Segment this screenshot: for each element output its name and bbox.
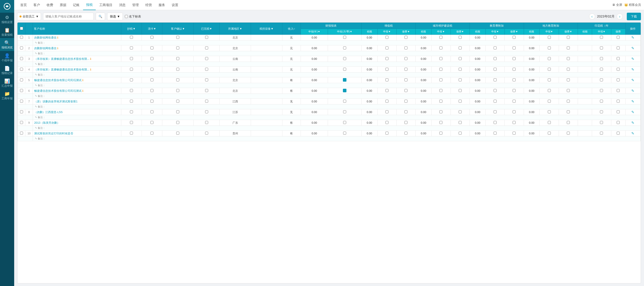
difang-jiao-cell[interactable] [559, 131, 578, 136]
customer-name[interactable]: 勿删新锐网络通信 ℹ [33, 35, 121, 41]
yiwanshu-cell[interactable] [193, 67, 219, 73]
chaoshu-cell[interactable] [121, 56, 142, 62]
row-checkbox[interactable] [20, 46, 23, 49]
note-cell[interactable]: ✎ 备注： [33, 51, 641, 56]
row-select[interactable] [18, 77, 25, 83]
yinhua-jiao-cell[interactable] [611, 109, 625, 115]
kehuqueren-check[interactable] [176, 132, 179, 135]
jiaoyu-jiao-check[interactable] [513, 78, 516, 81]
difang-shen-cell[interactable] [540, 109, 559, 115]
action-cell[interactable]: ✎ [625, 35, 640, 41]
zengzhi-jiao-cell[interactable] [397, 56, 416, 62]
yiwanshu-check[interactable] [205, 89, 208, 92]
zengzhi-shen-cell[interactable] [377, 77, 396, 83]
row-select[interactable] [18, 120, 25, 126]
difang-jiao-check[interactable] [567, 57, 570, 60]
qingka-check[interactable] [150, 57, 153, 60]
chaoshu-cell[interactable] [121, 45, 142, 51]
warning-icon[interactable]: ℹ [57, 47, 58, 50]
jiaoyu-jiao-cell[interactable] [505, 45, 524, 51]
employee-filter[interactable]: 全部员工 ▼ [17, 13, 41, 20]
difang-jiao-cell[interactable] [559, 67, 578, 73]
chengshi-shen-cell[interactable] [432, 35, 451, 41]
jiaoyu-shen-cell[interactable] [485, 99, 504, 104]
customer-name[interactable]: （库存核算）直播畅捷通信息技术股份有限... ℹ [33, 67, 121, 73]
nav-shoufei[interactable]: 收费 [44, 0, 56, 10]
jiaoyu-jiao-cell[interactable] [505, 77, 524, 83]
action-cell[interactable]: ✎ [625, 77, 640, 83]
zengzhi-shen-check[interactable] [385, 121, 388, 124]
row-select[interactable] [18, 67, 25, 73]
customer-name[interactable]: （原）误删勿改李艳牙测试斯奎斯1 [33, 99, 121, 104]
chengshi-shen-cell[interactable] [432, 109, 451, 115]
yiwanshu-cell[interactable] [193, 109, 219, 115]
action-cell[interactable]: ✎ [625, 120, 640, 126]
member-btn[interactable]: 👑 稻客会员 [624, 3, 641, 7]
chaoshu-cell[interactable] [121, 131, 142, 136]
yiwanshu-cell[interactable] [193, 120, 219, 126]
jiaoyu-jiao-cell[interactable] [505, 131, 524, 136]
yinhua-shen-check[interactable] [600, 89, 603, 92]
zengzhi-jiao-check[interactable] [404, 132, 407, 135]
difang-shen-check[interactable] [548, 121, 551, 124]
zengzhi-jiao-cell[interactable] [397, 77, 416, 83]
edit-icon[interactable]: ✎ [631, 35, 634, 40]
kehuqueren-cell[interactable] [162, 131, 194, 136]
kehuqueren-check[interactable] [176, 68, 179, 71]
yinhua-shen-check[interactable] [600, 110, 603, 113]
jiaoyu-shen-check[interactable] [494, 121, 497, 124]
note-cell[interactable]: ✎ 备注： [33, 83, 641, 88]
caibao-yue-cell[interactable] [328, 45, 361, 51]
qingka-cell[interactable] [142, 131, 162, 136]
difang-shen-check[interactable] [548, 57, 551, 60]
action-cell[interactable]: ✎ [625, 88, 640, 94]
yinhua-jiao-cell[interactable] [611, 131, 625, 136]
row-select[interactable] [18, 35, 25, 41]
qingka-check[interactable] [150, 68, 153, 71]
qingka-cell[interactable] [142, 109, 162, 115]
name-list-check[interactable] [125, 15, 128, 18]
zengzhi-shen-check[interactable] [385, 100, 388, 103]
kehuqueren-check[interactable] [176, 78, 179, 81]
qingka-cell[interactable] [142, 88, 162, 94]
row-checkbox[interactable] [20, 89, 23, 92]
yinhua-shen-cell[interactable] [592, 131, 611, 136]
yiwanshu-check[interactable] [205, 132, 208, 135]
zengzhi-jiao-cell[interactable] [397, 35, 416, 41]
action-cell[interactable]: ✎ [625, 56, 640, 62]
yiwanshu-cell[interactable] [193, 88, 219, 94]
yinhua-shen-cell[interactable] [592, 67, 611, 73]
chaoshu-check[interactable] [130, 89, 133, 92]
note-cell[interactable]: ✎ 备注： [33, 41, 641, 45]
yinhua-shen-cell[interactable] [592, 77, 611, 83]
jiaoyu-shen-cell[interactable] [485, 56, 504, 62]
zengzhi-shen-check[interactable] [385, 68, 388, 71]
difang-shen-check[interactable] [548, 78, 551, 81]
nav-shezhi[interactable]: 设置 [169, 0, 181, 10]
yinhua-jiao-check[interactable] [617, 46, 620, 49]
difang-shen-check[interactable] [548, 68, 551, 71]
kehuqueren-check[interactable] [176, 36, 179, 39]
difang-jiao-check[interactable] [567, 46, 570, 49]
chengshi-shen-cell[interactable] [432, 77, 451, 83]
customer-name[interactable]: 畅捷通信息技术股份有限公司民珏测试 ℹ [33, 77, 121, 83]
difang-jiao-check[interactable] [567, 132, 570, 135]
zengzhi-shen-cell[interactable] [377, 109, 396, 115]
zengzhi-shen-check[interactable] [385, 89, 388, 92]
zengzhi-jiao-cell[interactable] [397, 45, 416, 51]
difang-shen-cell[interactable] [540, 120, 559, 126]
yinhua-jiao-check[interactable] [617, 132, 620, 135]
chengshi-jiao-cell[interactable] [451, 35, 470, 41]
chengshi-jiao-cell[interactable] [451, 99, 470, 104]
note-cell[interactable]: ✎ 备注： [33, 126, 641, 131]
qingka-cell[interactable] [142, 120, 162, 126]
jiaoyu-shen-check[interactable] [494, 110, 497, 113]
jiaoyu-shen-cell[interactable] [485, 88, 504, 94]
edit-icon[interactable]: ✎ [631, 110, 634, 114]
yiwanshu-cell[interactable] [193, 77, 219, 83]
zengzhi-shen-cell[interactable] [377, 67, 396, 73]
chaoshu-check[interactable] [130, 46, 133, 49]
nav-kehu[interactable]: 客户 [30, 0, 43, 10]
difang-shen-check[interactable] [548, 46, 551, 49]
customer-name[interactable]: （库存核算）直播畅捷通信息技术股份有限... ℹ [33, 56, 121, 62]
